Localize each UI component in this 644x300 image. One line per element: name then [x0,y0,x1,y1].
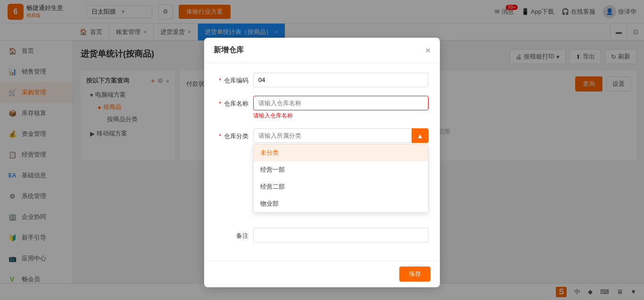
category-field: ▲ 未分类 经营一部 经营二部 物业部 [253,128,429,143]
note-input[interactable] [253,228,429,242]
form-row-category: * 仓库分类 ▲ 未分类 经营一部 [215,128,429,143]
modal-overlay: 新增仓库 × * 仓库编码 * 仓库名称 [0,0,644,300]
category-dropdown: 未分类 经营一部 经营二部 物业部 [253,144,429,213]
note-field [253,228,429,242]
name-field: 请输入仓库名称 [253,96,429,120]
modal-header: 新增仓库 × [204,38,440,63]
name-input[interactable] [253,96,429,110]
new-warehouse-modal: 新增仓库 × * 仓库编码 * 仓库名称 [204,38,440,287]
dropdown-item-dept1[interactable]: 经营一部 [254,161,428,178]
save-button[interactable]: 保存 [399,267,430,282]
form-row-name: * 仓库名称 请输入仓库名称 [215,96,429,120]
modal-body: * 仓库编码 * 仓库名称 请输入仓库名称 [204,63,440,260]
code-input[interactable] [253,73,429,87]
code-field [253,73,429,87]
note-label: 备注 [215,228,253,240]
name-error-msg: 请输入仓库名称 [253,112,429,120]
name-label: * 仓库名称 [215,96,253,108]
modal-footer: 保存 [204,260,440,287]
modal-title: 新增仓库 [214,45,244,55]
code-label: * 仓库编码 [215,73,253,85]
dropdown-item-dept2[interactable]: 经营二部 [254,178,428,195]
category-input[interactable] [253,128,429,143]
category-label: * 仓库分类 [215,128,253,141]
category-dropdown-btn[interactable]: ▲ [412,128,429,143]
form-row-note: 备注 [215,228,429,242]
form-row-code: * 仓库编码 [215,73,429,87]
dropdown-item-dept3[interactable]: 物业部 [254,195,428,212]
dropdown-item-uncategorized[interactable]: 未分类 [254,144,428,161]
modal-close-button[interactable]: × [425,46,430,55]
